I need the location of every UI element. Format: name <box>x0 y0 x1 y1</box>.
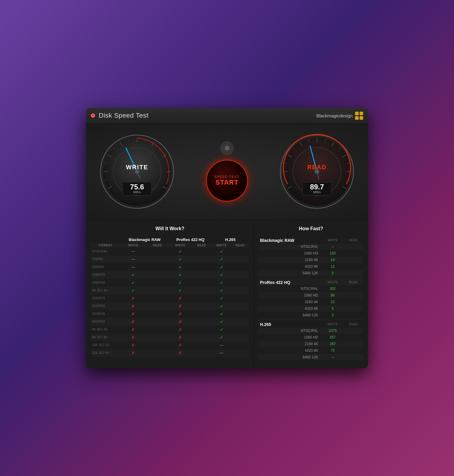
start-label-line1: SPEED TEST <box>214 175 239 179</box>
svg-text:75.6: 75.6 <box>130 183 144 191</box>
table-row: 2160p60 ✗ ✗ ✓ <box>91 302 249 310</box>
table-row: NTSC/PAL 2375 <box>259 327 363 334</box>
table-row: 2160 4K 267 <box>259 341 363 347</box>
format-label: 1080p60 <box>91 279 121 287</box>
section-header: ProRes 422 HQ <box>260 280 290 285</box>
table-row: 4320 8K 75 <box>259 347 363 354</box>
format-label: 12K DCI 60 <box>91 349 121 357</box>
svg-text:MB/s: MB/s <box>313 190 321 194</box>
format-label: 8K DCI 60 <box>91 333 121 341</box>
table-row: 1080 HD 857 <box>259 334 363 341</box>
table-row: 720p60 — ✓ ✓ <box>91 255 249 263</box>
settings-button[interactable]: ⚙ <box>220 142 234 155</box>
format-label: 1080i60 <box>91 263 121 271</box>
table-row: 2160p25 ✗ ✗ ✓ <box>91 294 249 302</box>
col-header-h265: H.265 <box>212 236 249 243</box>
app-window: ✕ Disk Speed Test Blackmagicdesign <box>86 108 368 368</box>
table-row: NTSC/PAL – <box>259 243 363 250</box>
table-row: NTSC/PAL — ✓ ✓ <box>91 248 249 255</box>
col-format: FORMAT <box>91 243 121 248</box>
format-label: 2K DCI 24 <box>91 287 121 294</box>
format-label: 4320p25 <box>91 310 121 318</box>
how-fast-table: Blackmagic RAW WRITE READ NTSC/PAL – 108… <box>259 236 363 362</box>
table-row: 2160 4K 22 <box>259 299 363 305</box>
section-header: Blackmagic RAW <box>260 238 294 243</box>
table-row: 1080 HD 86 <box>259 292 363 299</box>
brand: Blackmagicdesign <box>316 112 363 120</box>
start-label-line2: START <box>216 179 239 186</box>
svg-text:MB/s: MB/s <box>133 190 141 194</box>
svg-text:89.7: 89.7 <box>310 183 324 191</box>
format-label: NTSC/PAL <box>91 248 121 255</box>
format-label: 720p60 <box>91 255 121 263</box>
table-row: 4320 8K 12 <box>259 263 363 270</box>
format-label: 2160p60 <box>91 302 121 310</box>
col-header-prores: ProRes 422 HQ <box>169 236 212 243</box>
table-row: 4320 8K 5 <box>259 305 363 312</box>
will-it-work-section: Will It Work? Blackmagic RAW ProRes 422 … <box>86 220 254 368</box>
svg-text:WRITE: WRITE <box>126 164 148 170</box>
table-row: 1080p25 ✓ ✓ ✓ <box>91 271 249 279</box>
table-row: 6480 12K – <box>259 354 363 360</box>
format-label: 4320p60 <box>91 318 121 326</box>
table-row: 1080p60 ✓ ✓ ✓ <box>91 279 249 287</box>
svg-text:READ: READ <box>307 164 327 170</box>
table-row: 12K DCI 24 ✗ ✗ — <box>91 341 249 349</box>
will-it-work-title: Will It Work? <box>91 226 249 231</box>
how-fast-title: How Fast? <box>259 226 363 231</box>
table-row: NTSC/PAL 302 <box>259 285 363 292</box>
gauges-section: 75.6 MB/s WRITE ⚙ SPEED TEST START <box>86 124 368 220</box>
table-row: 6480 12K 2 <box>259 312 363 318</box>
brand-name: Blackmagicdesign <box>316 113 353 118</box>
write-gauge: 75.6 MB/s WRITE <box>98 133 176 211</box>
table-row: 2160 4K 19 <box>259 257 363 263</box>
table-row: 4320p60 ✗ ✗ ✓ <box>91 318 249 326</box>
table-row: 1080i60 — ✓ ✓ <box>91 263 249 271</box>
table-row: 8K DCI 60 ✗ ✗ ✓ <box>91 333 249 341</box>
tables-section: Will It Work? Blackmagic RAW ProRes 422 … <box>86 220 368 368</box>
table-row: 6480 12K 5 <box>259 270 363 276</box>
col-header-bmraw: Blackmagic RAW <box>121 236 169 243</box>
close-button[interactable]: ✕ <box>91 113 95 118</box>
titlebar: ✕ Disk Speed Test Blackmagicdesign <box>86 108 368 124</box>
table-row: 12K DCI 60 ✗ ✗ — <box>91 349 249 357</box>
format-label: 12K DCI 24 <box>91 341 121 349</box>
section-header: H.265 <box>260 322 271 327</box>
brand-icon <box>355 112 363 120</box>
format-label: 8K DCI 24 <box>91 326 121 333</box>
table-row: 8K DCI 24 ✗ ✗ ✓ <box>91 326 249 333</box>
center-controls: ⚙ SPEED TEST START <box>206 142 248 202</box>
table-row: 1080 HD 193 <box>259 250 363 257</box>
table-row: 2K DCI 24 ✓ ✓ ✓ <box>91 287 249 294</box>
read-gauge: 89.7 MB/s READ <box>278 133 356 211</box>
will-it-work-table: Blackmagic RAW ProRes 422 HQ H.265 FORMA… <box>91 236 249 357</box>
app-title: Disk Speed Test <box>99 112 148 119</box>
format-label: 2160p25 <box>91 294 121 302</box>
how-fast-section: How Fast? Blackmagic RAW WRITE READ NTSC… <box>254 220 368 368</box>
format-label: 1080p25 <box>91 271 121 279</box>
start-button[interactable]: SPEED TEST START <box>206 160 248 202</box>
table-row: 4320p25 ✗ ✗ ✓ <box>91 310 249 318</box>
